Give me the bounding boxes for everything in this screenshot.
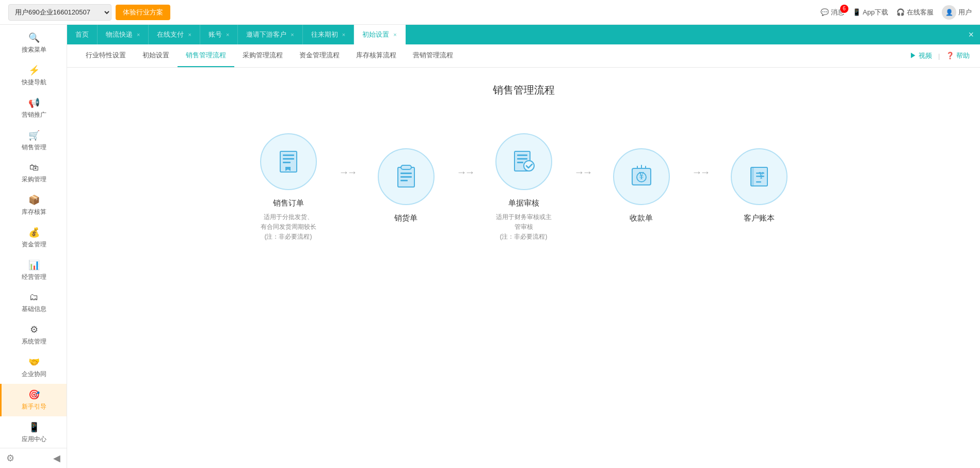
sub-tab-industry[interactable]: 行业特性设置 <box>77 44 134 67</box>
app-icon: 📱 <box>853 8 861 16</box>
svg-rect-2 <box>283 158 294 160</box>
video-link[interactable]: ▶ 视频 <box>910 51 932 60</box>
nav-tab-invite-close[interactable]: × <box>291 32 294 38</box>
receipt-circle[interactable]: ¥ <box>613 148 670 205</box>
nav-tab-period-label: 往来期初 <box>311 30 338 39</box>
nav-tab-logistics[interactable]: 物流快递 × <box>98 25 149 44</box>
page-content: 销售管理流程 销售订单 <box>67 68 980 268</box>
nav-tab-account-close[interactable]: × <box>226 32 229 38</box>
finance-icon: 💰 <box>28 227 40 238</box>
sub-tab-inventory-flow[interactable]: 库存核算流程 <box>348 44 405 67</box>
experience-button[interactable]: 体验行业方案 <box>116 5 170 20</box>
flow-step-receipt: ¥ 收款单 <box>595 148 688 227</box>
sub-tab-sales-flow-label: 销售管理流程 <box>186 51 226 59</box>
nav-tab-logistics-close[interactable]: × <box>137 32 140 38</box>
sidebar-bottom: ⚙ ◀ <box>0 448 67 468</box>
receipt-label: 收款单 <box>630 213 653 223</box>
sales-order-icon <box>275 148 302 175</box>
sidebar-item-inventory[interactable]: 📦 库存核算 <box>0 189 67 222</box>
guide-icon: 🎯 <box>28 389 40 400</box>
sidebar-item-finance[interactable]: 💰 资金管理 <box>0 222 67 254</box>
sub-tab-sales-flow[interactable]: 销售管理流程 <box>178 44 234 67</box>
sidebar-item-marketing[interactable]: 📢 营销推广 <box>0 92 67 124</box>
sidebar-item-app-center[interactable]: 📱 应用中心 <box>0 416 67 448</box>
sidebar-item-quick-nav[interactable]: ⚡ 快捷导航 <box>0 59 67 92</box>
cooperation-icon: 🤝 <box>28 356 40 368</box>
settings-icon[interactable]: ⚙ <box>6 453 14 464</box>
receipt-icon: ¥ <box>628 163 655 190</box>
sub-tab-init[interactable]: 初始设置 <box>134 44 178 67</box>
sidebar-item-finance-label: 资金管理 <box>22 240 46 249</box>
sidebar-item-app-center-label: 应用中心 <box>22 435 46 444</box>
user-item[interactable]: 👤 用户 <box>942 5 972 20</box>
audit-desc: 适用于财务审核或主管审核(注：非必要流程) <box>496 212 552 242</box>
sub-tab-marketing-flow[interactable]: 营销管理流程 <box>405 44 461 67</box>
user-label: 用户 <box>958 8 972 17</box>
avatar: 👤 <box>942 5 956 20</box>
arrow-3: →→ <box>570 166 595 178</box>
svg-point-13 <box>524 161 534 171</box>
flow-step-ledger: ¥ 客户账本 <box>713 148 806 227</box>
nav-tab-home[interactable]: 首页 <box>67 25 98 44</box>
svg-rect-21 <box>756 176 764 177</box>
svg-rect-6 <box>400 173 412 174</box>
delivery-icon <box>393 163 420 190</box>
svg-rect-7 <box>400 176 412 178</box>
nav-tab-account-label: 账号 <box>208 30 222 39</box>
sidebar-item-purchase[interactable]: 🛍 采购管理 <box>0 157 67 189</box>
flow-step-delivery: 销货单 <box>360 148 453 227</box>
online-service-item[interactable]: 🎧 在线客服 <box>896 8 934 17</box>
messages-item[interactable]: 💬 消息 6 <box>821 8 844 17</box>
sidebar-item-search[interactable]: 🔍 搜索菜单 <box>0 27 67 59</box>
audit-icon <box>510 148 537 175</box>
sidebar-item-system[interactable]: ⚙ 系统管理 <box>0 319 67 351</box>
app-download-item[interactable]: 📱 App下载 <box>853 8 888 17</box>
sub-tab-finance-flow[interactable]: 资金管理流程 <box>291 44 348 67</box>
close-all-icon: × <box>968 29 974 40</box>
help-link[interactable]: ❓ 帮助 <box>946 51 970 60</box>
sub-tab-purchase-flow[interactable]: 采购管理流程 <box>234 44 291 67</box>
nav-tab-payment[interactable]: 在线支付 × <box>149 25 200 44</box>
nav-tab-period-close[interactable]: × <box>342 32 345 38</box>
sidebar-item-base-info[interactable]: 🗂 基础信息 <box>0 287 67 319</box>
sidebar-item-cooperation[interactable]: 🤝 企业协同 <box>0 351 67 384</box>
sidebar-item-operations[interactable]: 📊 经营管理 <box>0 254 67 287</box>
nav-tab-init-close[interactable]: × <box>393 32 396 38</box>
ledger-circle[interactable]: ¥ <box>731 148 788 205</box>
nav-tab-close-all[interactable]: × <box>962 25 980 44</box>
purchase-icon: 🛍 <box>29 162 39 173</box>
nav-tab-period[interactable]: 往来期初 × <box>303 25 354 44</box>
message-icon: 💬 <box>821 8 829 16</box>
sub-tab-purchase-flow-label: 采购管理流程 <box>243 51 283 59</box>
content-area: 行业特性设置 初始设置 销售管理流程 采购管理流程 资金管理流程 库存核算流程 <box>67 44 980 468</box>
delivery-label: 销货单 <box>394 213 417 223</box>
main-wrapper: 首页 物流快递 × 在线支付 × 账号 × 邀请下游客户 × 往来期初 × 初始… <box>67 25 980 468</box>
collapse-icon[interactable]: ◀ <box>53 453 60 464</box>
sales-order-circle[interactable] <box>260 133 317 190</box>
nav-tab-init[interactable]: 初始设置 × <box>354 25 405 44</box>
nav-tab-payment-close[interactable]: × <box>188 32 191 38</box>
messages-badge: 6 <box>840 5 848 13</box>
help-label: 帮助 <box>956 52 970 59</box>
video-icon: ▶ <box>910 52 917 59</box>
help-icon: ❓ <box>946 52 954 59</box>
svg-rect-22 <box>756 181 761 183</box>
svg-rect-12 <box>517 162 523 163</box>
sidebar-item-sales-label: 销售管理 <box>22 143 46 152</box>
arrow-2: →→ <box>453 166 477 178</box>
sales-icon: 🛒 <box>28 130 40 141</box>
nav-tab-account[interactable]: 账号 × <box>200 25 238 44</box>
sub-tab-init-label: 初始设置 <box>142 51 169 59</box>
sales-order-label: 销售订单 <box>273 198 304 208</box>
delivery-circle[interactable] <box>378 148 435 205</box>
sidebar-item-quick-nav-label: 快捷导航 <box>22 78 46 87</box>
svg-rect-1 <box>283 154 294 156</box>
sidebar-item-sales[interactable]: 🛒 销售管理 <box>0 124 67 157</box>
svg-rect-20 <box>756 173 764 174</box>
system-icon: ⚙ <box>30 324 38 335</box>
sidebar-item-guide[interactable]: 🎯 新手引导 <box>0 384 67 416</box>
audit-circle[interactable] <box>495 133 552 190</box>
nav-tab-invite[interactable]: 邀请下游客户 × <box>238 25 302 44</box>
svg-rect-3 <box>283 162 291 163</box>
user-select[interactable]: 用户690企业1660120507 <box>8 4 111 21</box>
